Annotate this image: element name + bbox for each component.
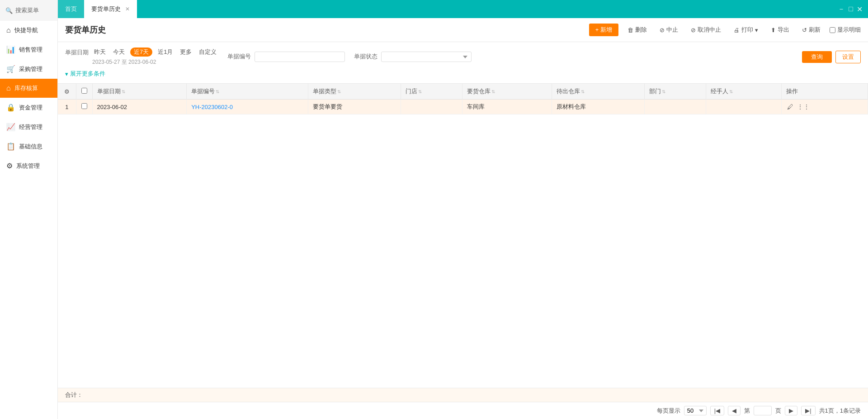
col-department[interactable]: 部门⇅ <box>645 84 706 100</box>
total-label: 合计： <box>65 391 83 398</box>
toolbar: + 新增 🗑 删除 ⊘ 中止 ⊘ 取消中止 🖨 打印 ▾ ⬆ 导出 <box>589 24 861 36</box>
cancel-stop-button[interactable]: ⊘ 取消中止 <box>687 24 725 36</box>
page-title: 要货单历史 <box>65 24 589 35</box>
page-header: 要货单历史 + 新增 🗑 删除 ⊘ 中止 ⊘ 取消中止 🖨 打印 ▾ ⬆ <box>58 18 868 42</box>
stop-button[interactable]: ⊘ 中止 <box>656 24 682 36</box>
more-icon[interactable]: ⋮⋮ <box>797 103 810 110</box>
row-date: 2023-06-02 <box>92 100 187 114</box>
minimize-button[interactable]: － <box>838 5 845 14</box>
inventory-icon: ⌂ <box>6 84 11 92</box>
print-icon: 🖨 <box>734 27 740 33</box>
row-req-warehouse: 车间库 <box>462 100 552 114</box>
table-row: 1 2023-06-02 YH-20230602-0 要货单要货 车间库 原材料… <box>58 100 868 114</box>
doc-no-input[interactable] <box>255 52 345 62</box>
status-select[interactable] <box>381 52 472 62</box>
table-footer: 合计： <box>58 388 868 402</box>
sort-icon-doc_no: ⇅ <box>216 89 219 94</box>
edit-icon[interactable]: 🖊 <box>787 103 793 110</box>
col-checkbox <box>76 84 92 100</box>
sort-icon-req_warehouse: ⇅ <box>491 89 495 94</box>
sidebar-item-sales[interactable]: 📊销售管理 <box>0 40 57 59</box>
data-table: ⚙单据日期⇅单据编号⇅单据类型⇅门店⇅要货仓库⇅待出仓库⇅部门⇅经手人⇅操作 1… <box>58 84 868 114</box>
sidebar-item-finance[interactable]: 🔒资金管理 <box>0 98 57 117</box>
print-button[interactable]: 🖨 打印 ▾ <box>730 24 762 36</box>
sidebar-item-inventory[interactable]: ⌂库存核算 <box>0 79 57 98</box>
search-menu[interactable]: 🔍 搜索菜单 <box>0 0 57 21</box>
refresh-button[interactable]: ↺ 刷新 <box>798 24 824 36</box>
export-button[interactable]: ⬆ 导出 <box>767 24 793 36</box>
maximize-button[interactable]: □ <box>849 5 853 13</box>
purchase-icon: 🛒 <box>6 65 15 73</box>
print-dropdown-icon: ▾ <box>755 27 758 33</box>
first-page-btn[interactable]: |◀ <box>710 406 724 415</box>
col-doc_no[interactable]: 单据编号⇅ <box>187 84 308 100</box>
page-input[interactable]: 1 <box>754 406 772 415</box>
sales-icon: 📊 <box>6 45 15 54</box>
col-date[interactable]: 单据日期⇅ <box>92 84 187 100</box>
topbar-right: － □ ✕ <box>838 5 868 14</box>
date-range: 2023-05-27 至 2023-06-02 <box>92 58 218 66</box>
tab-close-history[interactable]: ✕ <box>125 6 130 12</box>
cancel-stop-icon: ⊘ <box>691 27 696 33</box>
date-opt-更多[interactable]: 更多 <box>178 48 193 57</box>
delete-button[interactable]: 🗑 删除 <box>624 24 651 36</box>
expand-icon: ▾ <box>65 71 68 77</box>
row-actions: 🖊 ⋮⋮ <box>782 100 868 114</box>
date-opt-昨天[interactable]: 昨天 <box>92 48 108 57</box>
date-opt-今天[interactable]: 今天 <box>111 48 127 57</box>
display-detail-checkbox[interactable] <box>830 27 835 33</box>
sidebar: 🔍 搜索菜单 ⌂快捷导航📊销售管理🛒采购管理⌂库存核算🔒资金管理📈经营管理📋基础… <box>0 0 58 419</box>
page-label: 页 <box>775 407 781 415</box>
sidebar-item-operations[interactable]: 📈经营管理 <box>0 117 57 137</box>
sort-icon-store: ⇅ <box>418 89 422 94</box>
col-settings: ⚙ <box>58 84 76 100</box>
refresh-icon: ↺ <box>802 27 807 33</box>
col-doc_type[interactable]: 单据类型⇅ <box>308 84 401 100</box>
last-page-btn[interactable]: ▶| <box>801 406 815 415</box>
date-opt-近1月[interactable]: 近1月 <box>156 48 175 57</box>
operations-icon: 📈 <box>6 123 15 131</box>
per-page-select[interactable]: 50 100 200 <box>684 406 707 415</box>
new-button[interactable]: + 新增 <box>589 24 618 36</box>
sidebar-item-purchase[interactable]: 🛒采购管理 <box>0 59 57 79</box>
col-handler[interactable]: 经手人⇅ <box>706 84 782 100</box>
row-doc-no[interactable]: YH-20230602-0 <box>187 100 308 114</box>
display-detail-toggle[interactable]: 显示明细 <box>830 26 861 34</box>
settings-col-icon[interactable]: ⚙ <box>64 88 70 95</box>
expand-more-btn[interactable]: ▾ 展开更多条件 <box>65 70 861 78</box>
doc-no-label: 单据编号 <box>227 52 251 61</box>
row-doc-type: 要货单要货 <box>308 100 401 114</box>
close-button[interactable]: ✕ <box>857 5 863 14</box>
search-icon: 🔍 <box>5 7 13 14</box>
col-store[interactable]: 门店⇅ <box>401 84 462 100</box>
row-settings: 1 <box>58 100 76 114</box>
date-opt-近7天[interactable]: 近7天 <box>130 48 152 57</box>
sidebar-item-basic-info[interactable]: 📋基础信息 <box>0 137 57 156</box>
row-handler <box>706 100 782 114</box>
search-button[interactable]: 查询 <box>802 51 832 63</box>
row-checkbox[interactable] <box>76 100 92 114</box>
main-content: 首页要货单历史✕ － □ ✕ 要货单历史 + 新增 🗑 删除 ⊘ 中止 ⊘ 取消… <box>58 0 868 419</box>
tab-home[interactable]: 首页 <box>58 0 84 18</box>
jump-label: 第 <box>744 407 750 415</box>
sort-icon-department: ⇅ <box>662 89 665 94</box>
sidebar-item-system[interactable]: ⚙系统管理 <box>0 156 57 176</box>
row-store <box>401 100 462 114</box>
tab-history[interactable]: 要货单历史✕ <box>84 0 137 18</box>
date-filter-group: 单据日期 昨天今天近7天近1月更多自定义 2023-05-27 至 2023-0… <box>65 48 218 66</box>
sort-icon-date: ⇅ <box>122 89 125 94</box>
topbar: 首页要货单历史✕ － □ ✕ <box>58 0 868 18</box>
finance-icon: 🔒 <box>6 103 15 112</box>
sidebar-item-quick-nav[interactable]: ⌂快捷导航 <box>0 21 57 40</box>
next-page-btn[interactable]: ▶ <box>785 406 797 415</box>
settings-button[interactable]: 设置 <box>835 51 861 63</box>
col-pending_warehouse[interactable]: 待出仓库⇅ <box>552 84 645 100</box>
search-menu-label: 搜索菜单 <box>15 6 39 14</box>
prev-page-btn[interactable]: ◀ <box>728 406 741 415</box>
filter-row: 单据日期 昨天今天近7天近1月更多自定义 2023-05-27 至 2023-0… <box>65 48 861 66</box>
select-all-checkbox[interactable] <box>81 88 87 94</box>
date-opt-自定义[interactable]: 自定义 <box>197 48 218 57</box>
stop-icon: ⊘ <box>660 27 665 33</box>
col-req_warehouse[interactable]: 要货仓库⇅ <box>462 84 552 100</box>
export-icon: ⬆ <box>771 27 776 33</box>
